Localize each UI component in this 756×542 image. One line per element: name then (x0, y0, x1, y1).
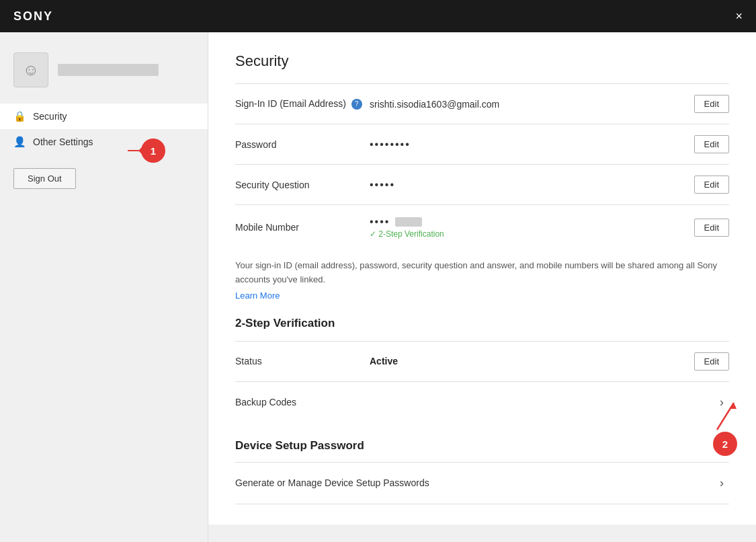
sidebar-item-security[interactable]: 🔒 Security (0, 104, 208, 129)
mobile-number-row: Mobile Number •••• ✓ 2-Step Verification… (235, 204, 729, 249)
two-step-title: 2-Step Verification (235, 317, 729, 330)
status-row: Status Active Edit (235, 341, 729, 381)
page-title: Security (235, 52, 729, 70)
help-icon[interactable]: ? (351, 99, 362, 110)
sign-out-button[interactable]: Sign Out (13, 168, 76, 189)
sidebar-item-security-label: Security (33, 111, 67, 122)
mobile-edit-button[interactable]: Edit (694, 219, 729, 237)
avatar-icon: ☺ (23, 61, 40, 79)
mobile-dots: •••• (370, 216, 390, 228)
password-label: Password (235, 139, 370, 150)
profile-area: ☺ (0, 46, 208, 101)
sidebar-nav: 🔒 Security 👤 Other Settings (0, 104, 208, 155)
security-question-edit-button[interactable]: Edit (694, 176, 729, 194)
learn-more-link[interactable]: Learn More (235, 291, 280, 301)
mobile-number-label: Mobile Number (235, 222, 370, 233)
generate-device-passwords-row[interactable]: Generate or Manage Device Setup Password… (235, 462, 729, 504)
mobile-number-row-content: •••• (370, 216, 694, 228)
person-icon: 👤 (13, 136, 26, 148)
mobile-blur-placeholder (395, 217, 422, 227)
avatar: ☺ (13, 52, 48, 87)
security-question-label: Security Question (235, 180, 370, 190)
backup-codes-row[interactable]: Backup Codes › (235, 381, 729, 423)
info-description: Your sign-in ID (email address), passwor… (235, 259, 729, 287)
status-value: Active (370, 356, 694, 366)
sign-out-area: Sign Out (0, 155, 208, 202)
sidebar: 1 ☺ 🔒 Security 👤 Other Settings Sign Out (0, 32, 208, 542)
device-setup-title: Device Setup Password (235, 439, 729, 453)
status-active: Active (370, 356, 398, 366)
security-question-row: Security Question ••••• Edit (235, 164, 729, 204)
sony-logo: SONY (13, 9, 53, 24)
password-row: Password •••••••• Edit (235, 124, 729, 164)
backup-codes-chevron[interactable]: › (714, 393, 729, 412)
app-header: SONY × (0, 0, 756, 32)
signin-id-label: Sign-In ID (Email Address) (235, 98, 346, 109)
two-step-verified-label: ✓ 2-Step Verification (370, 229, 694, 239)
status-edit-button[interactable]: Edit (694, 352, 729, 371)
main-content: Security Sign-In ID (Email Address) ? sr… (208, 32, 756, 525)
password-edit-button[interactable]: Edit (694, 135, 729, 153)
close-button[interactable]: × (735, 10, 743, 22)
signin-id-row: Sign-In ID (Email Address) ? srishti.sis… (235, 83, 729, 124)
signin-id-value: srishti.sisodia1603@gmail.com (370, 99, 694, 110)
status-label: Status (235, 356, 370, 366)
backup-codes-label: Backup Codes (235, 397, 370, 408)
mobile-number-value: •••• ✓ 2-Step Verification (370, 216, 694, 239)
two-step-divider: 2-Step Verification (235, 317, 729, 330)
annotation-1: 1 (141, 139, 165, 163)
security-question-dots: ••••• (370, 179, 395, 190)
sidebar-item-other-settings-label: Other Settings (33, 137, 93, 147)
generate-device-passwords-label: Generate or Manage Device Setup Password… (235, 477, 714, 488)
lock-icon: 🔒 (13, 110, 26, 122)
sidebar-item-other-settings[interactable]: 👤 Other Settings (0, 129, 208, 155)
main-layout: 1 ☺ 🔒 Security 👤 Other Settings Sign Out… (0, 32, 756, 542)
security-question-value: ••••• (370, 179, 694, 191)
password-dots: •••••••• (370, 139, 411, 150)
main-content-wrapper: 2 Security Sign-In ID (Email Address) ? … (208, 32, 756, 542)
device-passwords-chevron[interactable]: › (714, 473, 729, 493)
device-setup-section: Device Setup Password (235, 439, 729, 453)
signin-id-edit-button[interactable]: Edit (694, 95, 729, 113)
annotation-2: 2 (713, 432, 737, 456)
password-value: •••••••• (370, 139, 694, 151)
profile-name-placeholder (58, 64, 159, 76)
signin-id-label-group: Sign-In ID (Email Address) ? (235, 98, 370, 110)
